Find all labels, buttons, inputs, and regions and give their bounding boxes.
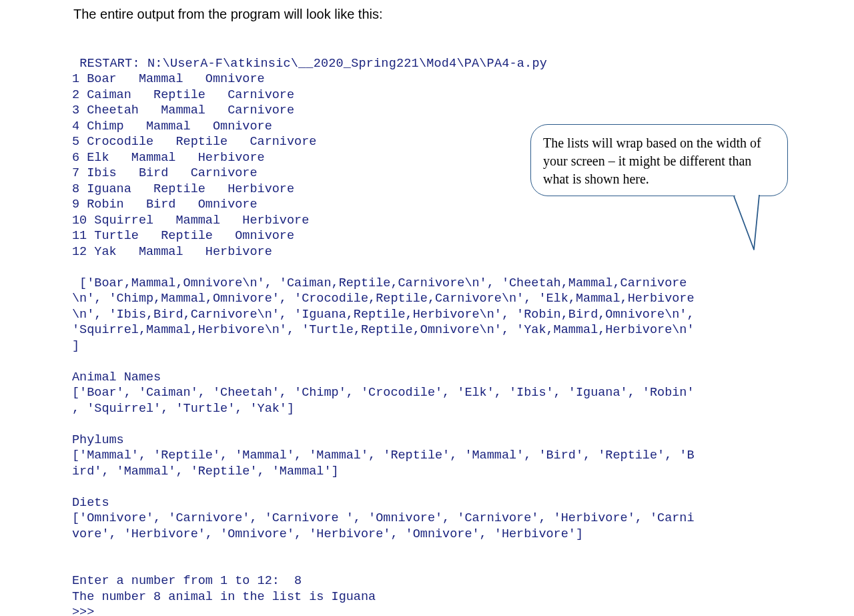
- output-row-6: 6 Elk Mammal Herbivore: [72, 151, 265, 165]
- raw-list-line-3: \n', 'Ibis,Bird,Carnivore\n', 'Iguana,Re…: [72, 308, 695, 322]
- callout-box: The lists will wrap based on the width o…: [530, 124, 788, 196]
- output-row-10: 10 Squirrel Mammal Herbivore: [72, 214, 309, 228]
- output-row-5: 5 Crocodile Reptile Carnivore: [72, 135, 316, 149]
- phylums-line-2: ird', 'Mammal', 'Reptile', 'Mammal']: [72, 465, 339, 479]
- cursor-prompt: >>>: [72, 605, 94, 616]
- output-row-8: 8 Iguana Reptile Herbivore: [72, 182, 294, 196]
- diets-line-2: vore', 'Herbivore', 'Omnivore', 'Herbivo…: [72, 527, 583, 541]
- phylums-line-1: ['Mammal', 'Reptile', 'Mammal', 'Mammal'…: [72, 448, 695, 463]
- phylums-title: Phylums: [72, 433, 124, 447]
- raw-list-line-4: 'Squirrel,Mammal,Herbivore\n', 'Turtle,R…: [72, 323, 695, 337]
- result-line: The number 8 animal in the list is Iguan…: [72, 590, 376, 604]
- animal-names-line-1: ['Boar', 'Caiman', 'Cheetah', 'Chimp', '…: [72, 386, 695, 400]
- callout-text: The lists will wrap based on the width o…: [543, 135, 761, 186]
- intro-text: The entire output from the program will …: [73, 7, 383, 22]
- diets-title: Diets: [72, 496, 109, 510]
- prompt-line: Enter a number from 1 to 12: 8: [72, 574, 302, 588]
- animal-names-title: Animal Names: [72, 370, 161, 384]
- diets-line-1: ['Omnivore', 'Carnivore', 'Carnivore ', …: [72, 511, 695, 525]
- output-row-2: 2 Caiman Reptile Carnivore: [72, 88, 294, 102]
- output-row-7: 7 Ibis Bird Carnivore: [72, 166, 258, 180]
- raw-list-line-1: ['Boar,Mammal,Omnivore\n', 'Caiman,Repti…: [72, 276, 687, 290]
- raw-list-line-5: ]: [72, 339, 79, 353]
- output-row-9: 9 Robin Bird Omnivore: [72, 198, 258, 212]
- output-row-1: 1 Boar Mammal Omnivore: [72, 72, 265, 86]
- restart-line: RESTART: N:\UserA-F\atkinsic\__2020_Spri…: [72, 57, 547, 71]
- output-row-3: 3 Cheetah Mammal Carnivore: [72, 103, 294, 117]
- output-row-12: 12 Yak Mammal Herbivore: [72, 245, 272, 259]
- output-row-11: 11 Turtle Reptile Omnivore: [72, 229, 294, 243]
- animal-names-line-2: , 'Squirrel', 'Turtle', 'Yak']: [72, 402, 294, 416]
- output-row-4: 4 Chimp Mammal Omnivore: [72, 119, 272, 133]
- raw-list-line-2: \n', 'Chimp,Mammal,Omnivore', 'Crocodile…: [72, 292, 695, 306]
